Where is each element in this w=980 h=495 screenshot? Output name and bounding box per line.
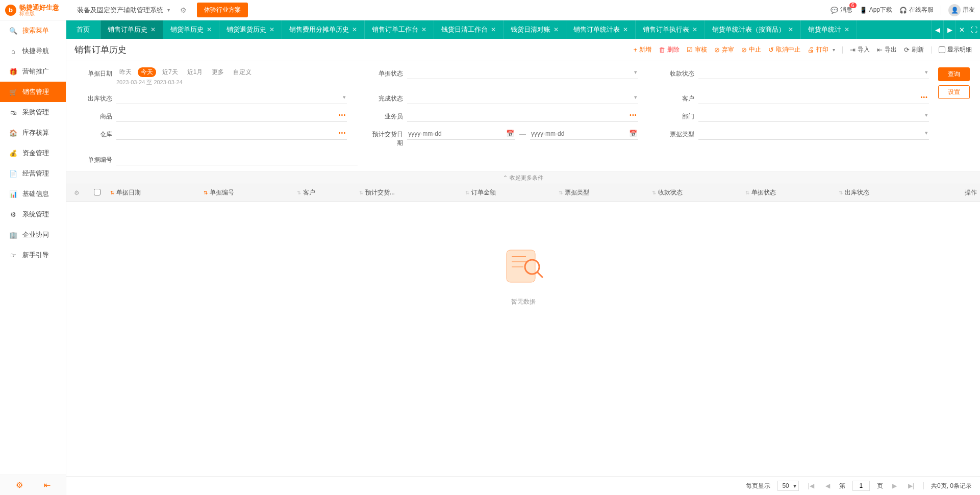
delete-button[interactable]: 🗑删除 — [659, 45, 680, 54]
tab-fullscreen[interactable]: ⛶ — [968, 20, 980, 39]
invoice-type-input[interactable] — [698, 128, 929, 140]
sidebar-item-2[interactable]: 🛒销售管理 — [0, 82, 66, 102]
tab-5[interactable]: 销售订单工作台✕ — [365, 20, 434, 39]
sidebar-item-6[interactable]: 📄经营管理 — [0, 163, 66, 184]
date-chip[interactable]: 近1月 — [184, 67, 206, 77]
sidebar-item-5[interactable]: 💰资金管理 — [0, 143, 66, 163]
tab-4[interactable]: 销售费用分摊单历史✕ — [282, 20, 365, 39]
receipt-status-input[interactable] — [698, 67, 929, 79]
table-header-8[interactable]: ⇅出库状态 — [836, 184, 929, 202]
first-page-button[interactable]: |◀ — [806, 482, 816, 489]
audit-button[interactable]: ☑审核 — [687, 45, 707, 54]
table-header-7[interactable]: ⇅单据状态 — [742, 184, 836, 202]
show-detail-input[interactable] — [939, 46, 945, 53]
tab-8[interactable]: 销售订单统计表✕ — [566, 20, 636, 39]
next-page-button[interactable]: ▶ — [890, 482, 899, 489]
tab-close-all[interactable]: ✕ — [956, 20, 968, 39]
date-chip[interactable]: 更多 — [209, 67, 227, 77]
close-icon[interactable]: ✕ — [844, 26, 849, 33]
abandon-button[interactable]: ⊘弃审 — [714, 45, 734, 54]
add-button[interactable]: +新增 — [633, 45, 651, 54]
table-header-1[interactable]: ⇅单据编号 — [200, 184, 294, 202]
collapse-toggle[interactable]: ⌃ 收起更多条件 — [66, 171, 980, 184]
prev-page-button[interactable]: ◀ — [823, 482, 832, 489]
page-input[interactable] — [852, 481, 870, 491]
est-date-from-input[interactable] — [407, 128, 515, 140]
print-button[interactable]: 🖨打印▾ — [808, 45, 835, 54]
tab-0[interactable]: 首页 — [66, 20, 100, 39]
more-icon[interactable]: ••• — [339, 112, 346, 118]
table-header-5[interactable]: ⇅票据类型 — [556, 184, 649, 202]
gear-icon[interactable]: ⚙ — [180, 6, 187, 14]
close-icon[interactable]: ✕ — [269, 26, 274, 33]
chevron-down-icon[interactable]: ▾ — [925, 112, 928, 118]
close-icon[interactable]: ✕ — [623, 26, 628, 33]
close-icon[interactable]: ✕ — [491, 26, 496, 33]
close-icon[interactable]: ✕ — [352, 26, 357, 33]
app-download-button[interactable]: 📱 App下载 — [860, 6, 892, 14]
system-select[interactable]: 装备及固定资产辅助管理系统 ▾ — [77, 6, 170, 15]
calendar-icon[interactable]: 📅 — [629, 130, 637, 137]
close-icon[interactable]: ✕ — [207, 26, 212, 33]
tab-2[interactable]: 销货单历史✕ — [163, 20, 219, 39]
experience-button[interactable]: 体验行业方案 — [197, 3, 248, 17]
query-button[interactable]: 查询 — [938, 67, 970, 81]
tab-scroll-right[interactable]: ▶ — [943, 20, 956, 39]
cancel-stop-button[interactable]: ↺取消中止 — [768, 45, 800, 54]
tab-1[interactable]: 销售订单历史✕ — [100, 20, 163, 39]
messages-button[interactable]: 💬 消息 6 — [831, 6, 852, 14]
sidebar-item-0[interactable]: ⌂快捷导航 — [0, 41, 66, 61]
sidebar-item-9[interactable]: 🏢企业协同 — [0, 225, 66, 245]
stop-button[interactable]: ⊘中止 — [741, 45, 761, 54]
salesman-input[interactable] — [407, 110, 638, 122]
chevron-down-icon[interactable]: ▾ — [925, 130, 928, 136]
order-status-input[interactable] — [407, 67, 638, 79]
import-button[interactable]: ⇥导入 — [850, 45, 870, 54]
sidebar-item-7[interactable]: 📊基础信息 — [0, 184, 66, 204]
tab-3[interactable]: 销货退货历史✕ — [219, 20, 282, 39]
user-menu[interactable]: 👤 用友 — [948, 4, 975, 16]
calendar-icon[interactable]: 📅 — [506, 130, 514, 137]
tab-9[interactable]: 销售订单执行表✕ — [636, 20, 705, 39]
table-header-6[interactable]: ⇅收款状态 — [649, 184, 742, 202]
settings-column[interactable]: ⚙ — [66, 184, 87, 202]
chevron-down-icon[interactable]: ▾ — [634, 69, 637, 76]
table-header-4[interactable]: ⇅订单金额 — [462, 184, 556, 202]
order-no-input[interactable] — [116, 154, 358, 165]
tab-11[interactable]: 销货单统计✕ — [801, 20, 857, 39]
close-icon[interactable]: ✕ — [788, 26, 793, 33]
table-header-3[interactable]: ⇅预计交货... — [356, 184, 462, 202]
tab-6[interactable]: 钱货日清工作台✕ — [434, 20, 504, 39]
est-date-to-input[interactable] — [530, 128, 638, 140]
sidebar-item-8[interactable]: ⚙系统管理 — [0, 204, 66, 225]
date-chip[interactable]: 今天 — [138, 67, 156, 77]
sidebar-search[interactable]: 🔍 搜索菜单 — [0, 20, 66, 41]
warehouse-input[interactable] — [116, 128, 347, 140]
close-icon[interactable]: ✕ — [692, 26, 697, 33]
more-icon[interactable]: ••• — [630, 112, 637, 118]
online-service-button[interactable]: 🎧 在线客服 — [899, 6, 934, 14]
export-button[interactable]: ⇤导出 — [877, 45, 897, 54]
select-all-checkbox[interactable] — [94, 189, 100, 195]
date-chip[interactable]: 自定义 — [230, 67, 255, 77]
more-icon[interactable]: ••• — [339, 130, 346, 136]
sidebar-item-4[interactable]: 🏠库存核算 — [0, 122, 66, 143]
table-header-2[interactable]: ⇅客户 — [294, 184, 356, 202]
sidebar-item-3[interactable]: 🛍采购管理 — [0, 102, 66, 122]
tab-10[interactable]: 销货单统计表（按商品）✕ — [705, 20, 801, 39]
more-icon[interactable]: ••• — [920, 94, 928, 100]
date-chip[interactable]: 近7天 — [159, 67, 181, 77]
complete-status-input[interactable] — [407, 92, 638, 104]
refresh-button[interactable]: ⟳刷新 — [904, 45, 924, 54]
product-input[interactable] — [116, 110, 347, 122]
tab-scroll-left[interactable]: ◀ — [931, 20, 943, 39]
show-detail-checkbox[interactable]: 显示明细 — [939, 45, 972, 54]
chevron-down-icon[interactable]: ▾ — [925, 69, 928, 76]
date-chip[interactable]: 昨天 — [116, 67, 135, 77]
chevron-down-icon[interactable]: ▾ — [634, 94, 637, 101]
sidebar-item-10[interactable]: ☞新手引导 — [0, 245, 66, 265]
table-header-0[interactable]: ⇅单据日期 — [107, 184, 200, 202]
department-input[interactable] — [698, 110, 929, 122]
collapse-sidebar-icon[interactable]: ⇤ — [44, 480, 51, 490]
tab-7[interactable]: 钱货日清对账✕ — [504, 20, 566, 39]
